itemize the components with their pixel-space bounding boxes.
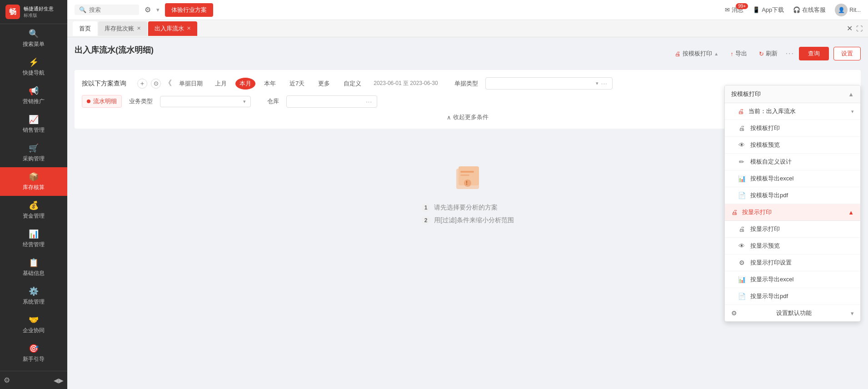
dropdown-item-template-print[interactable]: 🖨 按模板打印 [725,120,860,137]
item-label: 按显示打印设置 [750,259,792,267]
sidebar-item-label: 企业协同 [23,327,45,334]
sidebar-settings-icon[interactable]: ⚙ [4,376,10,384]
filter-section-label: 按以下方案查询 [82,80,126,88]
sidebar-item-label: 新手引导 [23,355,45,363]
sidebar-item-basic[interactable]: 📋 基础信息 [0,253,67,282]
warehouse-select[interactable]: ··· [286,95,377,108]
dropdown-item-template-pdf[interactable]: 📄 按模板导出pdf [725,187,860,204]
filter-tag-flow: 流水明细 [82,95,122,108]
filter-collapse-btn[interactable]: 《 [165,79,172,88]
sidebar-item-operation[interactable]: 📊 经营管理 [0,224,67,253]
warehouse-more[interactable]: ··· [366,98,372,105]
sidebar-item-marketing[interactable]: 📢 营销推广 [0,81,67,110]
date-btn-custom[interactable]: 自定义 [339,78,366,90]
search-input[interactable] [89,6,135,13]
refresh-btn[interactable]: ↻ 刷新 [755,48,781,60]
settings-btn[interactable]: 设置 [833,47,861,60]
dropdown-header-arrow[interactable]: ▲ [848,91,854,98]
dropdown-item-template-preview[interactable]: 👁 按模板预览 [725,137,860,154]
sidebar-item-guide[interactable]: 🎯 新手引导 [0,339,67,368]
display-settings-icon: ⚙ [738,259,746,266]
dropdown-header-title: 按模板打印 [731,90,761,98]
industry-btn[interactable]: 体验行业方案 [165,3,213,17]
item-label: 按模板打印 [750,124,780,132]
expand-window-icon[interactable]: ⛶ [856,25,863,32]
tab-home[interactable]: 首页 [73,21,97,36]
filter-add-btn[interactable]: ＋ [137,79,147,89]
empty-illustration: ! [449,160,486,196]
tab-inventory-batch[interactable]: 库存批次账 ✕ [98,21,147,36]
current-label: 当前：出入库流水 [748,107,796,115]
app-download-btn[interactable]: 📱 App下载 [753,6,784,14]
sidebar-item-apps[interactable]: 📱 应用中心 [0,368,67,371]
svg-rect-2 [460,171,474,173]
empty-step-2: 2 用[过滤]条件来缩小分析范围 [421,216,514,225]
dropdown-item-display-excel[interactable]: 📊 按显示导出excel [725,271,860,288]
filter-settings-btn[interactable]: ⊙ [151,79,161,89]
empty-step-1: 1 请先选择要分析的方案 [421,203,514,212]
more-dots-icon[interactable]: ··· [786,50,794,58]
date-btn-7days[interactable]: 近7天 [284,78,309,90]
topbar-dropdown-arrow[interactable]: ▾ [156,6,160,13]
dropdown-footer[interactable]: ⚙ 设置默认功能 ▾ [725,305,860,321]
date-btn-last-month[interactable]: 上月 [210,78,232,90]
headset-icon: 🎧 [793,6,800,13]
doc-type-select[interactable]: ▾ ··· [485,77,613,90]
topbar-gear-icon[interactable]: ⚙ [145,5,151,14]
content-wrapper: 出入库流水(流水明细) 🖨 按模板打印 ▲ ↑ 导出 ↻ [67,37,868,389]
print-template-btn[interactable]: 🖨 按模板打印 ▲ [671,48,722,60]
message-btn[interactable]: ✉ 消息 99+ [725,6,743,14]
logo-text: 畅捷通好生意 标准版 [24,5,54,19]
dropdown-section-display-print[interactable]: 🖨 按显示打印 ▲ [725,204,860,221]
sidebar-item-inventory[interactable]: 📦 库存核算 [0,167,67,196]
tab-inout-flow[interactable]: 出入库流水 ✕ [148,21,197,36]
user-avatar[interactable]: 👤 Rit... [835,4,861,16]
tab-expand-area: ✕ ⛶ [847,24,863,33]
purchase-icon: 🛒 [29,143,39,153]
date-filters: 上月 本月 本年 近7天 更多 自定义 [210,78,366,90]
dropdown-item-display-preview[interactable]: 👁 按显示预览 [725,238,860,254]
dropdown-item-display-pdf[interactable]: 📄 按显示导出pdf [725,288,860,305]
sidebar-item-search[interactable]: 🔍 搜索菜单 [0,24,67,53]
sidebar-item-label: 快捷导航 [23,69,45,77]
dropdown-current-item[interactable]: 🖨 当前：出入库流水 ▾ [725,103,860,120]
sidebar-nav: 🔍 搜索菜单 ⚡ 快捷导航 📢 营销推广 📈 销售管理 🛒 采购管理 📦 [0,24,67,371]
export-btn[interactable]: ↑ 导出 [727,48,751,60]
page-toolbar: 🖨 按模板打印 ▲ ↑ 导出 ↻ 刷新 ··· 查询 [671,47,861,60]
item-label: 按显示导出excel [750,275,793,284]
sidebar-item-finance[interactable]: 💰 资金管理 [0,196,67,224]
logo-icon: 畅 [5,5,20,19]
close-window-icon[interactable]: ✕ [847,24,853,33]
sidebar-toggle-icon[interactable]: ◀▶ [54,377,64,384]
date-btn-current-month[interactable]: 本月 [235,78,255,90]
item-label: 按显示导出pdf [750,292,788,300]
item-label: 按模板导出pdf [750,191,788,199]
tab-inout-flow-close[interactable]: ✕ [187,25,191,31]
query-btn[interactable]: 查询 [799,47,829,60]
dropdown-item-display-settings[interactable]: ⚙ 按显示打印设置 [725,254,860,271]
svg-point-4 [464,180,471,187]
collapse-conditions-btn[interactable]: ∧ 收起更多条件 [447,113,489,121]
dropdown-item-template-excel[interactable]: 📊 按模板导出excel [725,170,860,187]
sidebar-item-sales[interactable]: 📈 销售管理 [0,110,67,139]
item-label: 模板自定义设计 [750,158,792,166]
date-btn-year[interactable]: 本年 [259,78,281,90]
sidebar-item-purchase[interactable]: 🛒 采购管理 [0,139,67,167]
dropdown-item-display-print[interactable]: 🖨 按显示打印 [725,221,860,238]
biz-type-select[interactable]: ▾ [160,96,251,107]
dropdown-item-template-custom[interactable]: ✏ 模板自定义设计 [725,154,860,170]
sidebar-item-system[interactable]: ⚙️ 系统管理 [0,282,67,310]
online-service-btn[interactable]: 🎧 在线客服 [793,6,826,14]
doc-type-label: 单据类型 [454,80,478,88]
tab-inventory-batch-close[interactable]: ✕ [137,25,141,31]
sidebar-item-shortcut[interactable]: ⚡ 快捷导航 [0,53,67,81]
doc-type-more[interactable]: ··· [601,80,608,87]
section-toggle-arrow[interactable]: ▲ [848,209,854,216]
date-btn-more[interactable]: 更多 [313,78,335,90]
sidebar-item-label: 基础信息 [23,269,45,277]
topbar-search-box[interactable]: 🔍 [75,5,139,15]
collapse-label: 收起更多条件 [453,113,489,121]
sidebar-item-cooperation[interactable]: 🤝 企业协同 [0,310,67,339]
step2-text: 用[过滤]条件来缩小分析范围 [434,216,514,224]
pdf-icon: 📄 [738,192,746,199]
